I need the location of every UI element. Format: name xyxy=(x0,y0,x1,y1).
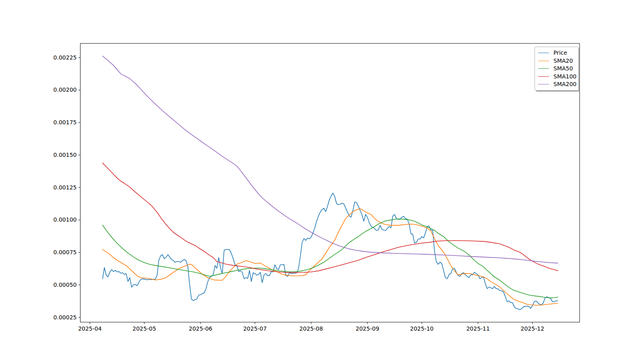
y-tick-label: 0.00025 xyxy=(54,314,77,321)
x-tick-label: 2025-06 xyxy=(189,325,213,332)
legend-label: SMA100 xyxy=(553,73,576,80)
legend-label: Price xyxy=(553,49,567,57)
x-tick-label: 2025-10 xyxy=(410,325,434,332)
legend-line-sample-sma50 xyxy=(538,68,549,69)
series-line-sma100 xyxy=(103,163,558,272)
y-tick-label: 0.00125 xyxy=(54,184,77,191)
y-tick-label: 0.00150 xyxy=(54,152,77,158)
x-tick-label: 2025-05 xyxy=(132,325,156,332)
legend-item-sma100: SMA100 xyxy=(537,73,576,81)
legend: Price SMA20 SMA50 SMA100 SMA200 xyxy=(535,47,579,90)
series-line-sma200 xyxy=(103,56,558,263)
legend-item-sma20: SMA20 xyxy=(537,57,576,65)
y-tick-label: 0.00050 xyxy=(54,282,77,288)
y-tick-label: 0.00200 xyxy=(54,86,77,93)
series-line-price xyxy=(103,193,558,310)
x-tick-label: 2025-07 xyxy=(243,325,267,332)
axes-frame xyxy=(80,43,580,322)
legend-item-sma200: SMA200 xyxy=(537,80,576,88)
legend-line-sample-sma100 xyxy=(538,76,549,77)
legend-item-sma50: SMA50 xyxy=(537,65,576,73)
x-tick-label: 2025-04 xyxy=(78,325,102,332)
legend-line-sample-sma20 xyxy=(538,61,549,61)
y-tick-label: 0.00100 xyxy=(54,216,77,223)
legend-label: SMA200 xyxy=(553,80,576,88)
x-tick-label: 2025-09 xyxy=(356,325,380,332)
legend-item-price: Price xyxy=(537,49,576,57)
legend-label: SMA20 xyxy=(553,57,573,65)
legend-line-sample-price xyxy=(538,53,549,53)
legend-line-sample-sma200 xyxy=(538,84,549,84)
y-tick-label: 0.00175 xyxy=(54,119,77,125)
x-tick-label: 2025-08 xyxy=(299,325,323,332)
x-tick-label: 2025-11 xyxy=(466,325,490,332)
legend-label: SMA50 xyxy=(553,65,573,72)
y-tick-label: 0.00225 xyxy=(54,54,77,61)
series-line-sma20 xyxy=(103,209,558,305)
y-tick-label: 0.00075 xyxy=(54,249,77,255)
x-tick-label: 2025-12 xyxy=(521,325,545,332)
figure: 2025-042025-052025-062025-072025-082025-… xyxy=(0,0,644,362)
